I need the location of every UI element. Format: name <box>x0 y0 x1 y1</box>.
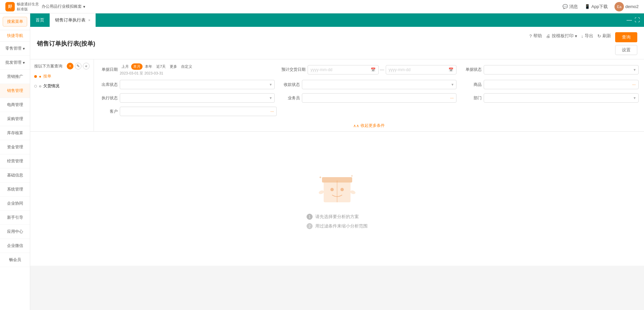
company-select[interactable]: 办公用品行业模拟账套 ▾ <box>42 4 85 9</box>
search-menu-btn[interactable]: 搜索菜单 <box>3 17 27 27</box>
tab-close-btn[interactable]: × <box>88 18 90 22</box>
newuser-label: 新手引导 <box>7 215 23 220</box>
sidebar-item-system[interactable]: 系统管理 <box>0 183 30 197</box>
logo-icon: 好 <box>5 2 15 11</box>
scheme-press-text: 按单 <box>43 73 51 79</box>
sidebar-item-ecommerce[interactable]: 电商管理 <box>0 98 30 112</box>
sidebar-item-newuser[interactable]: 新手引导 <box>0 211 30 225</box>
exec-status-select[interactable]: ▾ <box>120 93 275 103</box>
filter-fields-col: 单据日期 上月 本月 本年 近7天 <box>94 59 644 131</box>
top-bar-left: 好 畅捷通好生意 标准版 办公用品行业模拟账套 ▾ <box>5 2 85 11</box>
sidebar-item-marketing[interactable]: 营销推广 <box>0 70 30 84</box>
sidebar-item-basic[interactable]: 基础信息 <box>0 168 30 183</box>
wechat-label: 企业微信 <box>7 243 23 249</box>
settings-button[interactable]: 设置 <box>615 45 637 55</box>
page-content: 销售订单执行表(按单) ? 帮助 🖨 按模板打印 ▾ <box>30 27 644 310</box>
filter-row-4: 客户 ··· <box>99 107 639 116</box>
avatar-circle: Ea <box>614 2 624 11</box>
pay-status-label: 收款状态 <box>281 82 300 88</box>
marketing-label: 营销推广 <box>7 74 23 80</box>
query-button[interactable]: 查询 <box>615 32 637 42</box>
empty-step-2: 2 用过滤条件来缩小分析范围 <box>307 223 368 229</box>
shortcut-this-year[interactable]: 本年 <box>143 63 154 70</box>
sidebar-item-inventory[interactable]: 库存核算 <box>0 126 30 140</box>
dept-group: 部门 ▾ <box>463 93 639 103</box>
sidebar-item-retail[interactable]: 零售管理 ▾ <box>0 42 30 56</box>
quick-nav-btn[interactable]: 快捷导航 <box>0 30 30 42</box>
shortcut-7days[interactable]: 近7天 <box>155 63 167 70</box>
shortcut-last-month[interactable]: 上月 <box>120 63 130 70</box>
minimize-icon[interactable]: — <box>627 17 632 23</box>
sales-label: 销售管理 <box>7 88 23 94</box>
customer-select[interactable]: ··· <box>120 107 277 116</box>
empty-step-1: 1 请先选择要分析的方案 <box>307 214 368 220</box>
sidebar-item-apps[interactable]: 应用中心 <box>0 225 30 239</box>
sidebar-item-sales[interactable]: 销售管理 <box>0 84 30 98</box>
exec-status-label: 执行状态 <box>99 95 118 101</box>
print-btn[interactable]: 🖨 按模板打印 ▾ <box>546 33 577 39</box>
add-scheme-btn[interactable]: + <box>67 63 73 69</box>
sidebar-item-wholesale[interactable]: 批发管理 ▾ <box>0 56 30 70</box>
sidebar-item-enterprise[interactable]: 企业协同 <box>0 197 30 211</box>
active-tab-label: 销售订单执行表 <box>55 17 86 23</box>
collapse-scheme-btn[interactable]: « <box>83 63 90 69</box>
apps-label: 应用中心 <box>7 229 23 235</box>
sales-person-select[interactable]: ··· <box>302 93 457 103</box>
sidebar-item-wechat[interactable]: 企业微信 <box>0 239 30 253</box>
export-icon: ↓ <box>581 34 584 39</box>
exec-status-group: 执行状态 ▾ <box>99 93 275 103</box>
sidebar-item-member[interactable]: 畅会员 <box>0 253 30 267</box>
goods-select[interactable]: ··· <box>484 80 639 89</box>
export-btn[interactable]: ↓ 导出 <box>581 33 594 39</box>
ship-status-group: 出库状态 ▾ <box>99 80 275 89</box>
edit-scheme-btn[interactable]: ✎ <box>75 63 82 69</box>
scheme-selector-col: 按以下方案查询 + ✎ « ● 按单 <box>30 59 94 131</box>
filter-content: 单据日期 上月 本月 本年 近7天 <box>94 59 644 120</box>
logo-text: 畅捷通好生意 标准版 <box>17 2 39 11</box>
goods-group: 商品 ··· <box>463 80 639 89</box>
shortcut-this-month[interactable]: 本月 <box>131 63 143 70</box>
message-btn[interactable]: 💬 消息 <box>562 4 578 10</box>
sales-person-label: 业务员 <box>281 95 300 101</box>
svg-point-4 <box>340 188 344 191</box>
user-avatar[interactable]: Ea demo2 <box>614 2 639 11</box>
doc-status-select[interactable]: ▾ <box>484 65 639 74</box>
tab-home[interactable]: 首页 <box>30 13 50 27</box>
refresh-btn[interactable]: ↻ 刷新 <box>597 33 611 39</box>
main-layout: 搜索菜单 快捷导航 零售管理 ▾ 批发管理 ▾ 营销推广 销售管理 电商管理 采… <box>0 13 644 310</box>
doc-status-group: 单据状态 ▾ <box>463 63 639 76</box>
scheme-title: 按以下方案查询 <box>34 63 62 69</box>
basic-label: 基础信息 <box>7 172 23 178</box>
date-shortcuts: 上月 本月 本年 近7天 更多 自定义 <box>120 63 194 70</box>
sidebar-item-purchase[interactable]: 采购管理 <box>0 112 30 126</box>
expected-date-start[interactable]: yyyy-mm-dd 📅 <box>308 65 379 74</box>
page-title: 销售订单执行表(按单) <box>37 40 95 48</box>
ship-status-select[interactable]: ▾ <box>120 80 275 89</box>
expected-date-end[interactable]: yyyy-mm-dd 📅 <box>386 65 457 74</box>
help-btn[interactable]: ? 帮助 <box>529 33 542 39</box>
scheme-bullet-debt <box>34 85 37 88</box>
inventory-label: 库存核算 <box>7 130 23 136</box>
system-label: 系统管理 <box>7 187 23 192</box>
sidebar: 搜索菜单 快捷导航 零售管理 ▾ 批发管理 ▾ 营销推广 销售管理 电商管理 采… <box>0 13 30 310</box>
pay-status-dropdown-icon: ▾ <box>451 82 453 87</box>
dept-select[interactable]: ▾ <box>484 93 639 103</box>
sidebar-item-finance[interactable]: 资金管理 <box>0 140 30 154</box>
scheme-item-debt[interactable]: ○ 欠货情况 <box>30 81 94 91</box>
top-bar: 好 畅捷通好生意 标准版 办公用品行业模拟账套 ▾ 💬 消息 📱 App下载 E… <box>0 0 644 13</box>
collapse-btn[interactable]: ∧∧ 收起更多条件 <box>353 123 385 128</box>
tab-active[interactable]: 销售订单执行表 × <box>50 13 96 27</box>
enterprise-label: 企业协同 <box>7 201 23 206</box>
wholesale-arrow-icon: ▾ <box>23 60 25 65</box>
dept-label: 部门 <box>463 95 482 101</box>
app-download-btn[interactable]: 📱 App下载 <box>585 4 608 10</box>
pay-status-select[interactable]: ▾ <box>302 80 457 89</box>
svg-point-3 <box>330 188 334 191</box>
svg-text:✦: ✦ <box>351 174 353 178</box>
shortcut-custom[interactable]: 自定义 <box>179 63 194 70</box>
maximize-icon[interactable]: ⛶ <box>635 17 640 23</box>
scheme-item-press[interactable]: ● 按单 <box>30 71 94 81</box>
shortcut-more[interactable]: 更多 <box>168 63 179 70</box>
sidebar-item-operation[interactable]: 经营管理 <box>0 154 30 168</box>
doc-date-group: 单据日期 上月 本月 本年 近7天 <box>99 63 275 76</box>
